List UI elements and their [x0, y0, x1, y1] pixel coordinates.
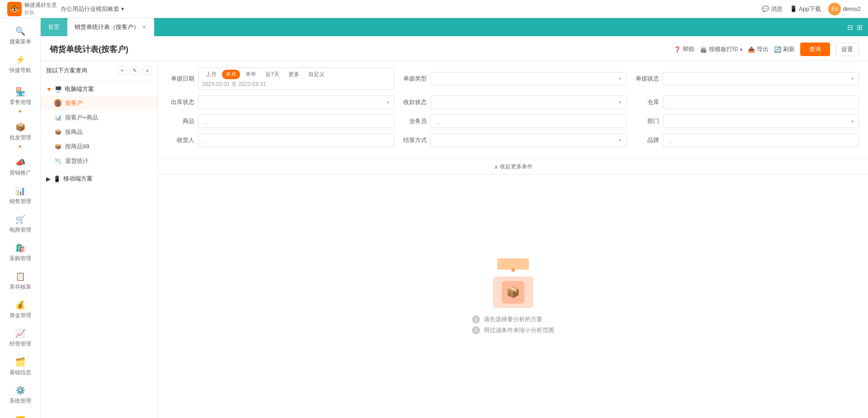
filter-input-recipient[interactable]: ... [198, 133, 394, 147]
app-title-arrow: ▾ [121, 5, 124, 12]
filter-input-out-status[interactable]: ▾ [198, 95, 394, 109]
filter-input-dept[interactable]: ▾ [663, 114, 859, 128]
pc-group-arrow: ▼ [46, 86, 52, 93]
export-button[interactable]: 📤 导出 [748, 45, 769, 53]
sidebar-item-system[interactable]: ⚙️ 系统管理 [0, 381, 40, 409]
sidebar-item-wholesale[interactable]: 📦 批发管理 ▲ [0, 118, 40, 153]
sidebar-item-inventory[interactable]: 📋 库存核算 [0, 267, 40, 295]
date-tab-custom[interactable]: 自定义 [305, 69, 328, 80]
shortcut-icon: ⚡ [15, 55, 25, 65]
scheme-item-by-goods[interactable]: 📦 按商品 [41, 125, 158, 139]
basics-icon: 🗂️ [15, 357, 25, 367]
sidebar-item-label-search: 搜索菜单 [9, 38, 31, 46]
date-tab-this-month[interactable]: 本月 [222, 70, 240, 79]
print-dropdown-icon: ▾ [740, 47, 742, 52]
app-download-button[interactable]: 📱 App下载 [790, 5, 821, 13]
left-panel-header: 按以下方案查询 + ✎ « [41, 61, 158, 81]
print-button[interactable]: 🖨️ 按模板打印 ▾ [700, 45, 742, 53]
sidebar-item-cooperation[interactable]: 🤝 企业协同 [0, 409, 40, 418]
filter-label-dept: 部门 [632, 117, 659, 125]
help-button[interactable]: ❓ 帮助 [674, 45, 694, 53]
ecommerce-icon: 🛒 [15, 214, 25, 224]
sidebar-item-purchase[interactable]: 🛍️ 采购管理 [0, 238, 40, 267]
filter-label-payment-status: 收款状态 [400, 98, 427, 106]
collapse-panel-button[interactable]: « [142, 66, 152, 76]
date-tab-this-year[interactable]: 本年 [242, 69, 260, 80]
tab-minimize-icon[interactable]: ⊟ [847, 23, 853, 32]
filter-label-date: 单据日期 [167, 75, 194, 83]
sidebar-item-operations[interactable]: 📈 经营管理 [0, 324, 40, 352]
filter-item-settlement: 结算方式 ▾ [400, 133, 627, 147]
sidebar-item-label-wholesale: 批发管理 [9, 134, 31, 142]
sidebar-item-marketing[interactable]: 📣 营销推广 [0, 153, 40, 181]
filter-input-goods[interactable]: ... [198, 114, 394, 128]
settings-button[interactable]: 设置 [835, 43, 859, 56]
page-content: 销货单统计表(按客户) ❓ 帮助 🖨️ 按模板打印 ▾ 📤 [41, 36, 868, 418]
date-tab-last-month[interactable]: 上月 [202, 69, 220, 80]
print-icon: 🖨️ [700, 46, 707, 53]
filter-item-warehouse: 仓库 ... [632, 95, 859, 109]
tab-expand-icon[interactable]: ⊞ [857, 23, 863, 32]
scheme-item-by-goods-99[interactable]: 📦 按商品99 [41, 139, 158, 154]
avatar-text: Ea [831, 6, 838, 12]
add-scheme-button[interactable]: + [117, 66, 127, 76]
filter-input-doc-status[interactable]: ▾ [663, 72, 859, 86]
user-avatar: Ea [828, 3, 841, 15]
query-button[interactable]: 查询 [800, 43, 830, 56]
left-panel-title: 按以下方案查询 [46, 66, 87, 75]
filter-input-salesperson[interactable]: ... [430, 114, 627, 128]
empty-text: 1 请先选择要分析的方案 2 用过滤条件来缩小分析范围 [472, 315, 554, 337]
filter-input-warehouse[interactable]: ... [663, 95, 859, 109]
tab-close-icon[interactable]: ✕ [142, 24, 146, 30]
filter-item-goods: 商品 ... [167, 114, 394, 128]
tab-home-label: 首页 [48, 23, 60, 31]
brand-dots: ... [668, 137, 673, 144]
tab-sales-report[interactable]: 销货单统计表（按客户） ✕ [67, 18, 154, 36]
filter-label-doc-status: 单据状态 [632, 75, 659, 83]
system-icon: ⚙️ [15, 385, 25, 395]
sidebar-item-ecommerce[interactable]: 🛒 电商管理 [0, 210, 40, 238]
scheme-icon-return: 📉 [54, 157, 61, 165]
message-button[interactable]: 💬 消息 [762, 5, 783, 13]
scheme-item-by-customer-goods[interactable]: 📊 按客户+商品 [41, 110, 158, 125]
user-menu[interactable]: Ea demo2 [828, 3, 861, 15]
filter-item-payment-status: 收款状态 ▾ [400, 95, 627, 109]
sidebar-item-shortcut[interactable]: ⚡ 快捷导航 [0, 50, 40, 79]
date-tab-7days[interactable]: 近7天 [262, 69, 283, 80]
sidebar-item-label-basics: 基础信息 [9, 369, 31, 376]
scheme-group-pc-header[interactable]: ▼ 🖥️ 电脑端方案 [41, 82, 158, 96]
app-title[interactable]: 办公用品行业模拟账套 ▾ [61, 5, 124, 13]
filter-input-date[interactable]: 上月 本月 本年 近7天 更多 自定义 2023-03-01 至 2023-03… [198, 67, 394, 90]
tab-home[interactable]: 首页 [41, 18, 67, 36]
help-icon: ❓ [674, 46, 681, 53]
hint-2-num: 2 [472, 326, 480, 334]
sidebar-item-finance[interactable]: 💰 资金管理 [0, 295, 40, 324]
app-title-text: 办公用品行业模拟账套 [61, 5, 119, 13]
sidebar-item-retail[interactable]: 🏪 零售管理 ▲ [0, 82, 40, 118]
sidebar-item-search[interactable]: 🔍 搜索菜单 [0, 22, 40, 50]
scheme-group-mobile-header[interactable]: ▶ 📱 移动端方案 [41, 172, 158, 185]
scheme-group-mobile: ▶ 📱 移动端方案 [41, 170, 158, 187]
refresh-button[interactable]: 🔄 刷新 [774, 45, 795, 53]
help-label: 帮助 [683, 45, 694, 53]
user-name: demo2 [843, 5, 861, 12]
salesperson-dots: ... [435, 118, 440, 125]
filter-input-payment-status[interactable]: ▾ [430, 95, 627, 109]
sidebar-item-sales[interactable]: 📊 销售管理 [0, 181, 40, 210]
filter-input-settlement[interactable]: ▾ [430, 133, 627, 147]
filter-input-brand[interactable]: ... [663, 133, 859, 147]
app-download-label: App下载 [799, 5, 821, 13]
sidebar-item-basics[interactable]: 🗂️ 基础信息 [0, 352, 40, 381]
hint-1-text: 请先选择要分析的方案 [484, 315, 542, 323]
collapse-button[interactable]: ∧ 收起更多条件 [494, 163, 533, 171]
filter-row-2: 出库状态 ▾ 收款状态 [167, 95, 859, 109]
out-status-dropdown-icon: ▾ [387, 100, 389, 105]
filter-input-doc-type[interactable]: ▾ [430, 72, 627, 86]
scheme-item-return-stats[interactable]: 📉 退货统计 [41, 154, 158, 168]
sidebar-item-label-sales: 销售管理 [9, 198, 31, 205]
edit-scheme-button[interactable]: ✎ [130, 66, 140, 76]
scheme-item-by-customer[interactable]: 👤 按客户 [41, 96, 158, 110]
filter-item-brand: 品牌 ... [632, 133, 859, 147]
filter-item-recipient: 收货人 ... [167, 133, 394, 147]
date-tab-more[interactable]: 更多 [285, 69, 303, 80]
